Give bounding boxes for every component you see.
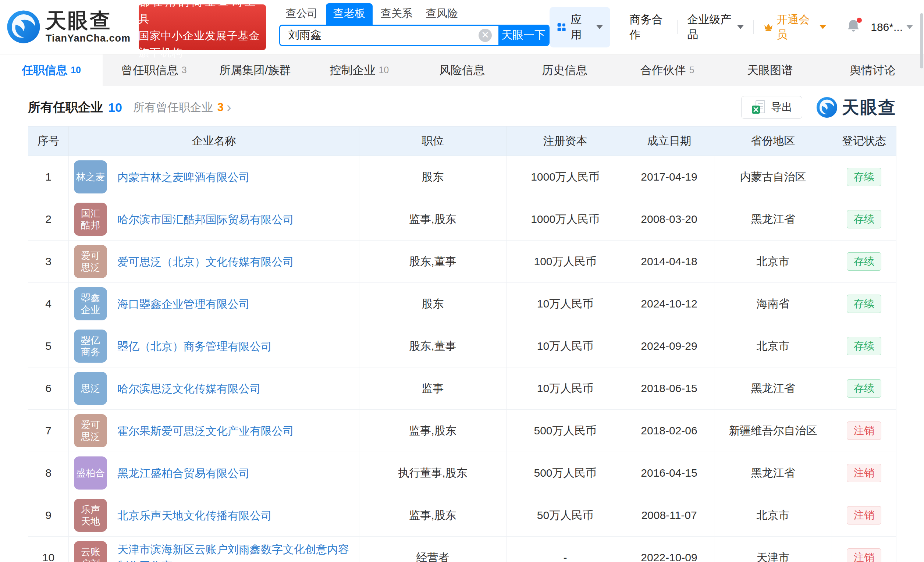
company-badge[interactable]: 林之麦 <box>74 160 107 193</box>
province-cell: 北京市 <box>714 494 832 537</box>
caret-down-icon <box>596 25 603 29</box>
company-name-link[interactable]: 爱可思泛（北京）文化传媒有限公司 <box>117 253 294 270</box>
tab-group[interactable]: 所属集团/族群 <box>205 54 308 86</box>
company-name-link[interactable]: 哈尔滨思泛文化传媒有限公司 <box>117 380 261 397</box>
divider <box>836 20 836 34</box>
tab-partners[interactable]: 合作伙伴 5 <box>616 54 719 86</box>
search-tabs: 查公司 查老板 查关系 查风险 <box>279 9 549 25</box>
tianyancha-logo[interactable]: 天眼查 TianYanCha.com <box>7 10 130 45</box>
search-tab-risk[interactable]: 查风险 <box>419 6 465 25</box>
tab-label: 任职信息 <box>22 63 68 78</box>
caret-down-icon <box>819 25 826 29</box>
company-name-link[interactable]: 黑龙江盛柏合贸易有限公司 <box>117 465 250 481</box>
tianyancha-logo-icon <box>7 10 40 44</box>
company-name-link[interactable]: 曌亿（北京）商务管理有限公司 <box>117 338 272 355</box>
tab-label: 合作伙伴 <box>640 63 686 78</box>
caret-down-icon <box>737 25 744 29</box>
tab-label: 所属集团/族群 <box>219 63 291 78</box>
tab-label: 曾任职信息 <box>122 63 178 78</box>
col-header-status: 登记状态 <box>832 126 896 156</box>
company-name-link[interactable]: 哈尔滨市国汇酷邦国际贸易有限公司 <box>117 211 294 228</box>
company-badge[interactable]: 乐声 天地 <box>74 499 107 532</box>
status-badge: 注销 <box>847 421 881 440</box>
company-name-link[interactable]: 海口曌鑫企业管理有限公司 <box>117 296 250 312</box>
promo-banner: 都在用的商业查询工具 国家中小企业发展子基金旗下机构 <box>139 4 266 50</box>
company-badge[interactable]: 曌亿 商务 <box>74 330 107 363</box>
capital-cell: 10万人民币 <box>507 283 624 325</box>
col-header-company: 企业名称 <box>69 126 359 156</box>
apps-grid-icon <box>557 21 566 33</box>
province-cell: 北京市 <box>714 241 832 283</box>
scrollbar[interactable] <box>920 13 923 68</box>
search-tab-boss[interactable]: 查老板 <box>326 3 373 25</box>
province-cell: 黑龙江省 <box>714 452 832 494</box>
row-index: 8 <box>28 452 69 494</box>
company-name-link[interactable]: 内蒙古林之麦啤酒有限公司 <box>117 169 250 185</box>
company-badge[interactable]: 曌鑫 企业 <box>74 287 107 320</box>
company-badge[interactable]: 国汇 酷邦 <box>74 203 107 236</box>
date-cell: 2017-04-19 <box>624 156 714 198</box>
company-name-link[interactable]: 天津市滨海新区云账户刘雨鑫数字文化创意内容制作工作室 <box>117 541 352 562</box>
tab-public-opinion[interactable]: 舆情讨论 <box>821 54 924 86</box>
status-badge: 存续 <box>847 295 881 313</box>
export-label: 导出 <box>771 100 792 115</box>
company-badge[interactable]: 爱可 思泛 <box>74 414 107 447</box>
capital-cell: - <box>507 537 624 562</box>
table-row: 7 爱可 思泛 霍尔果斯爱可思泛文化产业有限公司 监事,股东 500万人民币 2… <box>28 410 896 452</box>
date-cell: 2024-10-12 <box>624 283 714 325</box>
tab-former-positions[interactable]: 曾任职信息 3 <box>103 54 205 86</box>
table-header-row: 序号 企业名称 职位 注册资本 成立日期 省份地区 登记状态 <box>28 126 896 156</box>
search-tab-company[interactable]: 查公司 <box>279 6 324 25</box>
notification-bell[interactable] <box>846 18 860 36</box>
row-index: 5 <box>28 325 69 367</box>
tab-risk-info[interactable]: 风险信息 <box>411 54 513 86</box>
brand-name: 天眼查 <box>46 10 130 31</box>
caret-down-icon <box>906 25 913 29</box>
position-cell: 股东,董事 <box>359 325 507 367</box>
tab-count: 3 <box>182 65 187 75</box>
position-cell: 股东,董事 <box>359 241 507 283</box>
capital-cell: 50万人民币 <box>507 494 624 537</box>
company-table-body: 1 林之麦 内蒙古林之麦啤酒有限公司 股东 1000万人民币 2017-04-1… <box>28 156 896 562</box>
search-input[interactable] <box>280 26 498 45</box>
tab-positions[interactable]: 任职信息 10 <box>0 54 103 86</box>
position-cell: 执行董事,股东 <box>359 452 507 494</box>
nav-open-vip[interactable]: 开通会员 <box>763 12 826 42</box>
province-cell: 天津市 <box>714 537 832 562</box>
row-index: 4 <box>28 283 69 325</box>
company-badge[interactable]: 思泛 <box>74 372 107 405</box>
tab-label: 舆情讨论 <box>850 63 895 78</box>
nav-enterprise-products[interactable]: 企业级产品 <box>687 12 744 42</box>
brand-domain: TianYanCha.com <box>46 33 130 44</box>
tab-graph[interactable]: 天眼图谱 <box>719 54 821 86</box>
open-vip-label: 开通会员 <box>777 12 813 42</box>
divider <box>677 20 678 34</box>
top-nav: 应用 商务合作 企业级产品 开通会员 <box>549 7 913 48</box>
account-menu[interactable]: 186*... <box>871 21 913 33</box>
search-tab-relation[interactable]: 查关系 <box>374 6 419 25</box>
export-button[interactable]: 导出 <box>741 96 802 119</box>
tab-history-info[interactable]: 历史信息 <box>513 54 616 86</box>
table-row: 8 盛柏合 黑龙江盛柏合贸易有限公司 执行董事,股东 500万人民币 2016-… <box>28 452 896 494</box>
company-badge[interactable]: 爱可 思泛 <box>74 245 107 278</box>
company-badge[interactable]: 盛柏合 <box>74 456 107 490</box>
clear-icon[interactable]: ✕ <box>478 29 492 42</box>
date-cell: 2014-04-18 <box>624 241 714 283</box>
company-name-link[interactable]: 北京乐声天地文化传播有限公司 <box>117 507 272 524</box>
status-badge: 存续 <box>847 168 881 186</box>
province-cell: 新疆维吾尔自治区 <box>714 410 832 452</box>
excel-icon <box>751 100 766 115</box>
company-badge[interactable]: 云账 户刘 <box>74 541 107 562</box>
tab-label: 控制企业 <box>330 63 375 78</box>
apps-menu[interactable]: 应用 <box>549 7 610 48</box>
capital-cell: 10万人民币 <box>507 367 624 410</box>
former-companies-link[interactable]: 所有曾任职企业 3 › <box>133 100 231 115</box>
capital-cell: 500万人民币 <box>507 410 624 452</box>
status-badge: 注销 <box>847 549 881 562</box>
search-button[interactable]: 天眼一下 <box>498 26 549 45</box>
position-cell: 股东 <box>359 283 507 325</box>
nav-business-cooperation[interactable]: 商务合作 <box>630 12 668 42</box>
company-name-link[interactable]: 霍尔果斯爱可思泛文化产业有限公司 <box>117 423 294 439</box>
tab-controlled-companies[interactable]: 控制企业 10 <box>308 54 411 86</box>
province-cell: 内蒙古自治区 <box>714 156 832 198</box>
